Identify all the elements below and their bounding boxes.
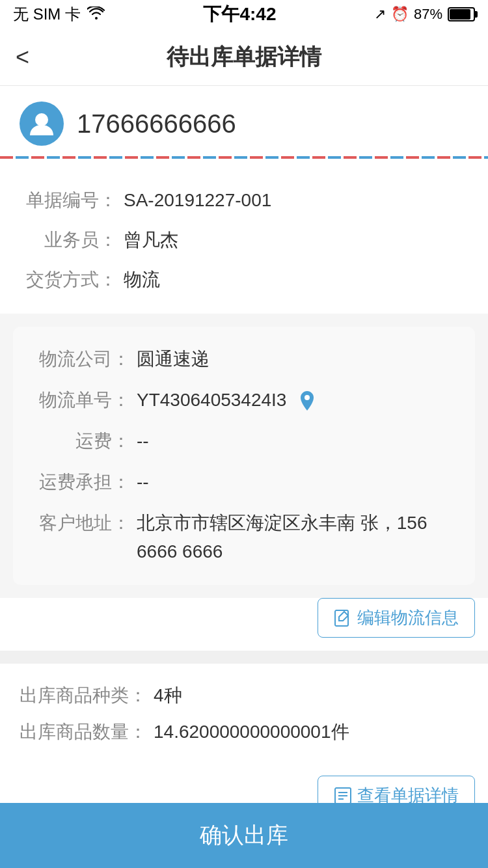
alarm-icon: ⏰ xyxy=(391,6,409,23)
sales-rep-value: 曾凡杰 xyxy=(124,226,468,255)
address-label: 客户地址： xyxy=(33,509,130,538)
carrier-label: 无 SIM 卡 xyxy=(13,4,81,25)
dashed-divider xyxy=(0,146,488,167)
edit-logistics-container: 编辑物流信息 xyxy=(0,598,488,651)
nav-bar: < 待出库单据详情 xyxy=(0,29,488,86)
logistics-company-row: 物流公司： 圆通速递 xyxy=(33,345,455,374)
edit-logistics-label: 编辑物流信息 xyxy=(357,606,459,629)
logistics-company-label: 物流公司： xyxy=(33,345,130,374)
document-row: 单据编号： SA-20191227-001 xyxy=(20,186,468,215)
delivery-label: 交货方式： xyxy=(20,265,117,295)
tracking-value-container: YT43064053424I3 xyxy=(137,386,455,415)
avatar xyxy=(20,102,64,146)
logistics-company-value: 圆通速递 xyxy=(137,345,455,374)
goods-type-label: 出库商品种类： xyxy=(20,683,147,708)
tracking-label: 物流单号： xyxy=(33,386,130,415)
delivery-row: 交货方式： 物流 xyxy=(20,265,468,295)
address-row: 客户地址： 北京市市辖区海淀区永丰南 张，156 6666 6666 xyxy=(33,509,455,567)
page-title: 待出库单据详情 xyxy=(167,42,321,72)
battery-percent: 87% xyxy=(414,6,442,23)
status-right: ↗ ⏰ 87% xyxy=(374,6,475,23)
freight-bear-row: 运费承担： -- xyxy=(33,468,455,497)
section-divider xyxy=(0,651,488,664)
basic-info-section: 单据编号： SA-20191227-001 业务员： 曾凡杰 交货方式： 物流 xyxy=(0,167,488,314)
tracking-row: 物流单号： YT43064053424I3 xyxy=(33,386,455,415)
tracking-number: YT43064053424I3 xyxy=(137,386,286,415)
status-left: 无 SIM 卡 xyxy=(13,4,105,25)
svg-point-0 xyxy=(35,113,48,126)
freight-row: 运费： -- xyxy=(33,427,455,456)
goods-quantity-row: 出库商品数量： 14.620000000000001件 xyxy=(20,720,468,744)
back-button[interactable]: < xyxy=(16,44,29,71)
edit-logistics-button[interactable]: 编辑物流信息 xyxy=(318,598,475,638)
goods-type-row: 出库商品种类： 4种 xyxy=(20,683,468,708)
svg-point-1 xyxy=(305,395,310,400)
location-status-icon: ↗ xyxy=(374,6,386,23)
document-icon xyxy=(334,787,352,805)
sales-rep-label: 业务员： xyxy=(20,226,117,255)
freight-bear-value: -- xyxy=(137,468,455,497)
sales-rep-row: 业务员： 曾凡杰 xyxy=(20,226,468,255)
tracking-location-icon[interactable] xyxy=(295,389,319,413)
document-value: SA-20191227-001 xyxy=(124,186,468,215)
battery-icon xyxy=(448,7,475,21)
document-label: 单据编号： xyxy=(20,186,117,215)
address-value: 北京市市辖区海淀区永丰南 张，156 6666 6666 xyxy=(137,509,455,567)
status-bar: 无 SIM 卡 下午4:42 ↗ ⏰ 87% xyxy=(0,0,488,29)
goods-quantity-value: 14.620000000000001件 xyxy=(154,720,349,744)
freight-bear-label: 运费承担： xyxy=(33,468,130,497)
goods-section: 出库商品种类： 4种 出库商品数量： 14.620000000000001件 xyxy=(0,664,488,769)
delivery-value: 物流 xyxy=(124,265,468,295)
goods-quantity-label: 出库商品数量： xyxy=(20,720,147,744)
freight-value: -- xyxy=(137,427,455,456)
status-time: 下午4:42 xyxy=(203,2,276,27)
wifi-icon xyxy=(87,5,105,23)
phone-header: 17666666666 xyxy=(0,86,488,146)
freight-label: 运费： xyxy=(33,427,130,456)
edit-icon xyxy=(334,609,352,627)
goods-type-value: 4种 xyxy=(154,683,182,708)
confirm-button-label: 确认出库 xyxy=(200,821,288,850)
logistics-card: 物流公司： 圆通速递 物流单号： YT43064053424I3 运费： -- … xyxy=(13,327,475,585)
confirm-bar[interactable]: 确认出库 xyxy=(0,803,488,868)
user-icon xyxy=(27,109,56,138)
phone-number: 17666666666 xyxy=(77,109,236,139)
